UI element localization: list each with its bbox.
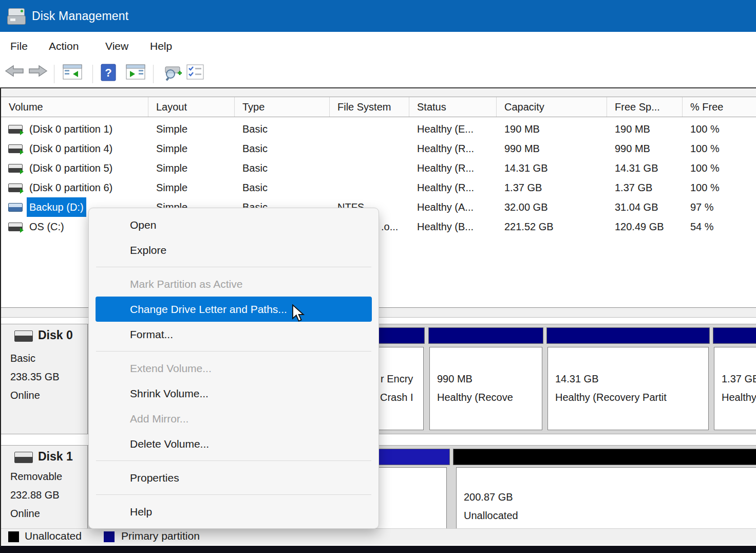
cell-pct-free: 100 % (683, 178, 756, 197)
cell-file-system (330, 178, 409, 197)
menu-file[interactable]: File (10, 32, 28, 61)
cell-capacity: 1.37 GB (497, 178, 607, 197)
legend-bar: Unallocated Primary partition (0, 528, 756, 545)
menu-action[interactable]: Action (49, 32, 79, 61)
cell-status: Healthy (B... (409, 217, 497, 236)
disk-type: Removable (10, 471, 62, 483)
partition-size: 14.31 GB (555, 373, 599, 385)
disk-1-info-panel[interactable]: Disk 1 Removable 232.88 GB Online (1, 446, 88, 534)
cell-file-system (330, 139, 409, 158)
partition-status: Healthy ( (722, 392, 756, 403)
window-bottom-edge (0, 546, 756, 553)
menu-divider (96, 494, 371, 495)
cell-free-space: 31.04 GB (607, 197, 683, 217)
menu-item-open[interactable]: Open (89, 212, 379, 237)
unallocated-legend-swatch (8, 531, 19, 542)
toolbar: ? (0, 61, 756, 87)
table-row[interactable]: (Disk 0 partition 6) Simple Basic Health… (1, 178, 756, 197)
menu-item-explore[interactable]: Explore (89, 237, 379, 263)
refresh-disks-icon[interactable] (162, 64, 183, 81)
disk-name: Disk 1 (38, 450, 73, 464)
primary-partition-legend-label: Primary partition (121, 530, 200, 542)
show-action-pane-icon[interactable] (126, 64, 145, 80)
column-header-volume[interactable]: Volume (1, 97, 148, 117)
cell-file-system (330, 158, 409, 178)
disk-type: Basic (10, 353, 35, 364)
volume-name: (Disk 0 partition 5) (27, 158, 115, 178)
column-header-layout[interactable]: Layout (148, 97, 235, 117)
cell-pct-free: 100 % (683, 119, 756, 139)
volume-icon (8, 125, 23, 134)
cell-type: Basic (235, 178, 330, 197)
cell-capacity: 14.31 GB (497, 158, 607, 178)
column-header-type[interactable]: Type (235, 97, 330, 117)
table-row[interactable]: (Disk 0 partition 5) Simple Basic Health… (1, 158, 756, 178)
forward-icon[interactable] (28, 64, 48, 78)
column-header-free-space[interactable]: Free Sp... (607, 97, 683, 117)
cell-free-space: 190 MB (607, 119, 683, 139)
menu-item-mark-partition-active: Mark Partition as Active (89, 271, 379, 297)
column-header-capacity[interactable]: Capacity (497, 97, 607, 117)
cell-pct-free: 54 % (683, 217, 756, 236)
partition-size: 990 MB (437, 373, 472, 385)
menu-item-shrink-volume[interactable]: Shrink Volume... (89, 381, 379, 406)
column-header-file-system[interactable]: File System (330, 97, 409, 117)
svg-text:?: ? (105, 66, 111, 79)
cell-type: Basic (235, 139, 330, 158)
menu-item-extend-volume: Extend Volume... (89, 356, 379, 381)
menu-item-delete-volume[interactable]: Delete Volume... (89, 431, 379, 456)
menu-item-help[interactable]: Help (89, 499, 379, 524)
cell-file-system (330, 119, 409, 139)
client-gap (0, 88, 756, 97)
partition-status: Healthy (Recovery Partit (555, 392, 667, 403)
cell-status: Healthy (R... (409, 178, 497, 197)
client-left-border (0, 88, 1, 547)
cell-status: Healthy (A... (409, 197, 497, 217)
disk-0-info-panel[interactable]: Disk 0 Basic 238.35 GB Online (1, 324, 88, 434)
help-icon[interactable]: ? (101, 64, 116, 81)
disk-status: Online (10, 390, 40, 401)
back-icon[interactable] (4, 64, 25, 78)
cell-capacity: 190 MB (497, 119, 607, 139)
disk-status: Online (10, 508, 40, 520)
unallocated-size: 200.87 GB (464, 491, 513, 503)
window-title: Disk Management (32, 9, 128, 23)
volume-icon (8, 164, 23, 173)
cell-layout: Simple (148, 158, 235, 178)
column-header-status[interactable]: Status (409, 97, 497, 117)
partition-fragment-line2: Crash I (380, 392, 413, 403)
table-row[interactable]: (Disk 0 partition 4) Simple Basic Health… (1, 139, 756, 158)
cell-layout: Simple (148, 178, 235, 197)
menu-item-properties[interactable]: Properties (89, 465, 379, 490)
menu-help[interactable]: Help (150, 32, 172, 61)
cell-free-space: 120.49 GB (607, 217, 683, 236)
volume-icon (8, 144, 23, 153)
cell-type: Basic (235, 158, 330, 178)
unallocated-label: Unallocated (464, 510, 518, 522)
show-console-tree-icon[interactable] (63, 64, 82, 80)
cell-free-space: 990 MB (607, 139, 683, 158)
mouse-cursor (291, 304, 306, 325)
cell-pct-free: 100 % (683, 158, 756, 178)
menu-item-change-drive-letter[interactable]: Change Drive Letter and Paths... (96, 297, 372, 322)
volume-icon (8, 203, 23, 212)
volume-name-selected: Backup (D:) (27, 197, 86, 217)
cell-layout: Simple (148, 139, 235, 158)
volume-table-header: Volume Layout Type File System Status Ca… (1, 97, 756, 117)
volume-name: OS (C:) (27, 217, 67, 236)
volume-icon (8, 223, 23, 231)
partition-size: 1.37 GB (722, 373, 756, 385)
volume-name: (Disk 0 partition 6) (27, 178, 115, 197)
menu-item-format[interactable]: Format... (89, 322, 379, 347)
primary-partition-legend-swatch (104, 531, 115, 542)
cell-capacity: 32.00 GB (497, 197, 607, 217)
disk-size: 232.88 GB (10, 489, 60, 501)
volume-icon (8, 183, 23, 192)
disk-icon (14, 452, 33, 463)
disk-name: Disk 0 (38, 328, 73, 342)
disk-properties-icon[interactable] (186, 64, 204, 80)
column-header-pct-free[interactable]: % Free (683, 97, 756, 117)
menu-view[interactable]: View (105, 32, 128, 61)
table-row[interactable]: (Disk 0 partition 1) Simple Basic Health… (1, 119, 756, 139)
title-bar: Disk Management (0, 0, 756, 32)
